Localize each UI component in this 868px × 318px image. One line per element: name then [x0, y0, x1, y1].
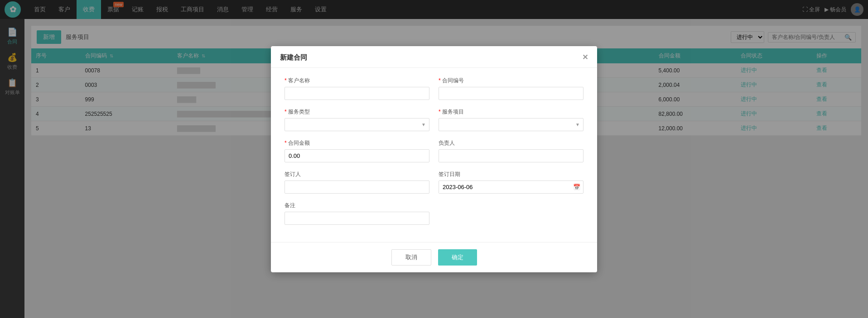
form-group-signer: 签订人 — [285, 171, 429, 194]
confirm-button[interactable]: 确定 — [438, 249, 477, 266]
form-row-2: * 服务类型 * 服务项目 — [285, 108, 583, 131]
service-item-select-wrap — [439, 118, 583, 131]
service-type-label: * 服务类型 — [285, 108, 429, 116]
remark-label: 备注 — [285, 202, 429, 209]
calendar-icon[interactable]: 📅 — [573, 184, 583, 190]
dialog-body: * 客户名称 * 合同编号 * — [271, 68, 597, 242]
dialog-header: 新建合同 ✕ — [271, 46, 597, 68]
amount-input[interactable] — [285, 149, 429, 162]
dialog-footer: 取消 确定 — [271, 242, 597, 272]
service-item-select[interactable] — [439, 118, 583, 131]
close-icon[interactable]: ✕ — [582, 54, 588, 61]
form-group-sign-date: 签订日期 📅 — [439, 171, 583, 194]
sign-date-label: 签订日期 — [439, 171, 583, 178]
responsible-label: 负责人 — [439, 139, 583, 147]
contract-no-label: * 合同编号 — [439, 77, 583, 85]
form-row-4: 签订人 签订日期 📅 — [285, 171, 583, 194]
sign-date-field: 📅 — [439, 180, 583, 194]
service-type-select[interactable] — [285, 118, 429, 131]
form-group-remark: 备注 — [285, 202, 429, 225]
customer-name-label: * 客户名称 — [285, 77, 429, 85]
form-group-contract-no: * 合同编号 — [439, 77, 583, 100]
new-contract-dialog: 新建合同 ✕ * 客户名称 * 合同编号 — [271, 46, 597, 272]
form-group-service-item: * 服务项目 — [439, 108, 583, 131]
dialog-title: 新建合同 — [280, 53, 307, 62]
form-row-3: * 合同金额 负责人 — [285, 139, 583, 162]
form-group-service-type: * 服务类型 — [285, 108, 429, 131]
signer-label: 签订人 — [285, 171, 429, 178]
remark-input[interactable] — [285, 212, 429, 225]
amount-label: * 合同金额 — [285, 139, 429, 147]
service-item-label: * 服务项目 — [439, 108, 583, 116]
responsible-input[interactable] — [439, 149, 583, 162]
sign-date-input[interactable] — [439, 181, 571, 193]
cancel-button[interactable]: 取消 — [391, 249, 431, 266]
service-type-select-wrap — [285, 118, 429, 131]
modal-overlay[interactable]: 新建合同 ✕ * 客户名称 * 合同编号 — [0, 0, 868, 318]
form-row-5: 备注 — [285, 202, 583, 225]
signer-input[interactable] — [285, 180, 429, 194]
form-group-customer-name: * 客户名称 — [285, 77, 429, 100]
form-group-amount: * 合同金额 — [285, 139, 429, 162]
contract-no-input[interactable] — [439, 87, 583, 100]
form-row-1: * 客户名称 * 合同编号 — [285, 77, 583, 100]
customer-name-input[interactable] — [285, 87, 429, 100]
form-group-responsible: 负责人 — [439, 139, 583, 162]
